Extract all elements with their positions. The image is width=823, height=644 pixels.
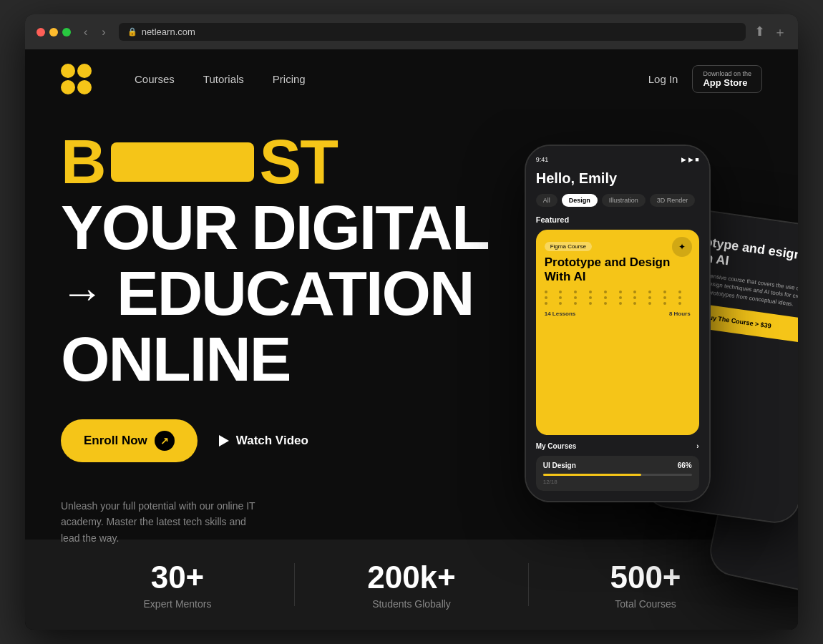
url-text: netlearn.com [142, 26, 195, 37]
course-count: 12/18 [543, 479, 692, 485]
card-hours: 8 Hours [669, 311, 691, 317]
title-line-online: ONLINE [61, 328, 489, 391]
course-name: UI Design 66% [543, 462, 692, 469]
title-line-education: → EDUCATION [61, 262, 489, 325]
my-courses-header: My Courses › [536, 442, 699, 450]
forward-button[interactable]: › [97, 24, 109, 40]
title-digital: DIGITAL [251, 196, 488, 259]
tab-illustration[interactable]: Illustration [602, 194, 646, 207]
title-b: B [61, 130, 105, 193]
card-lessons: 14 Lessons [545, 311, 576, 317]
dot-pattern [545, 291, 691, 305]
watch-label: Watch Video [236, 434, 308, 448]
phone-greeting: Hello, Emily [536, 170, 699, 187]
phone-main: 9:41 ▶ ▶ ■ Hello, Emily All Design Illus… [525, 145, 711, 502]
hero-left: BST YOUR DIGITAL → EDUCATION ONLINE [61, 130, 489, 630]
enroll-label: Enroll Now [84, 434, 147, 448]
stat-courses-label: Total Courses [529, 598, 762, 610]
figma-badge: Figma Course [545, 242, 592, 251]
appstore-button[interactable]: Download on the App Store [692, 65, 762, 93]
nav-courses[interactable]: Courses [135, 73, 175, 85]
card-meta: 14 Lessons 8 Hours [545, 311, 691, 317]
lock-icon: 🔒 [127, 27, 137, 36]
appstore-sub-text: Download on the [703, 70, 751, 77]
title-online: ONLINE [61, 323, 290, 394]
website-content: Courses Tutorials Pricing Log In Downloa… [25, 49, 798, 630]
phone-icons: ▶ ▶ ■ [681, 156, 698, 163]
featured-label: Featured [536, 215, 699, 224]
card-icon: ✦ [672, 237, 692, 257]
phone-status-bar: 9:41 ▶ ▶ ■ [536, 156, 699, 163]
navigation: Courses Tutorials Pricing Log In Downloa… [25, 49, 798, 109]
title-oost: ST [260, 130, 337, 193]
phone-main-screen: 9:41 ▶ ▶ ■ Hello, Emily All Design Illus… [526, 146, 709, 501]
watch-video-button[interactable]: Watch Video [219, 434, 308, 448]
title-line-boost: BST [61, 130, 489, 193]
browser-chrome: ‹ › 🔒 netlearn.com ⬆ ＋ [25, 14, 798, 49]
traffic-light-red[interactable] [36, 28, 45, 36]
title-education: EDUCATION [117, 262, 474, 325]
tab-all[interactable]: All [536, 194, 557, 207]
title-line-your-digital: YOUR DIGITAL [61, 196, 489, 259]
play-icon [219, 435, 229, 447]
boost-bar-decoration [111, 142, 254, 182]
enroll-now-button[interactable]: Enroll Now ↗ [61, 419, 198, 462]
title-your: YOUR [61, 196, 237, 259]
hero-buttons: Enroll Now ↗ Watch Video [61, 419, 489, 462]
browser-window: ‹ › 🔒 netlearn.com ⬆ ＋ Courses [25, 14, 798, 630]
nav-tutorials[interactable]: Tutorials [203, 73, 244, 85]
tab-design[interactable]: Design [562, 194, 598, 207]
traffic-lights [36, 28, 71, 36]
login-button[interactable]: Log In [648, 73, 678, 85]
nav-links: Courses Tutorials Pricing [135, 73, 648, 85]
enroll-arrow-icon: ↗ [155, 431, 175, 451]
card-title: Prototype and Design With AI [545, 255, 691, 285]
share-icon[interactable]: ⬆ [754, 24, 765, 41]
hero-title: BST YOUR DIGITAL → EDUCATION ONLINE [61, 130, 489, 391]
buy-label: Buy The Course > $39 [703, 313, 771, 329]
my-courses-label: My Courses [536, 442, 577, 450]
course-item: UI Design 66% 12/18 [536, 456, 699, 491]
phone-time: 9:41 [536, 156, 549, 163]
hero-description: Unleash your full potential with our onl… [61, 498, 261, 546]
phone-tabs: All Design Illustration 3D Render [536, 194, 699, 207]
appstore-main-text: App Store [703, 77, 747, 88]
course-progress-fill [543, 474, 641, 476]
traffic-light-green[interactable] [62, 28, 71, 36]
course-progress-bar [543, 474, 692, 476]
logo [61, 64, 92, 94]
featured-card: ✦ Figma Course Prototype and Design With… [536, 230, 699, 435]
nav-pricing[interactable]: Pricing [273, 73, 306, 85]
tab-3d[interactable]: 3D Render [650, 194, 696, 207]
course-name-label: UI Design [543, 462, 576, 469]
back-button[interactable]: ‹ [79, 24, 92, 40]
nav-right: Log In Download on the App Store [648, 65, 762, 93]
nav-buttons: ‹ › [79, 24, 110, 40]
new-tab-icon[interactable]: ＋ [774, 24, 787, 41]
address-bar[interactable]: 🔒 netlearn.com [119, 23, 746, 41]
traffic-light-yellow[interactable] [49, 28, 58, 36]
my-courses-section: My Courses › UI Design 66% [536, 442, 699, 491]
browser-actions: ⬆ ＋ [754, 24, 787, 41]
title-arrow: → [61, 272, 102, 315]
my-courses-arrow: › [696, 442, 698, 450]
course-progress-label: 66% [678, 462, 692, 469]
